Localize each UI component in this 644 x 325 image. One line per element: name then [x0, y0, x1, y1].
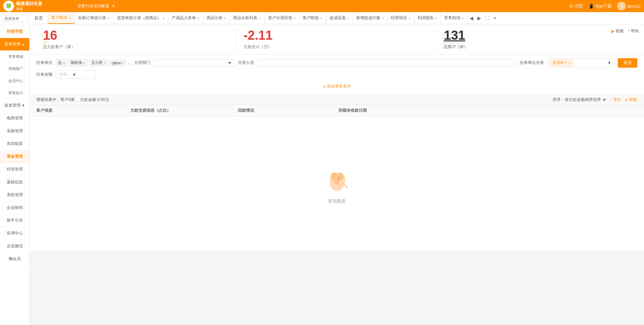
sidebar-item-retail-stats[interactable]: 零售统计 — [0, 87, 29, 99]
tag-cj[interactable]: cjttcw × — [109, 60, 126, 66]
filter-row-1: 往来单位 伍 × 陈民强 × 王小亮 — [36, 58, 637, 68]
close-tab-4[interactable]: × — [197, 16, 199, 20]
sidebar-item-enterprise-collab[interactable]: 企业协同 — [0, 202, 29, 214]
person-label: 分管人员 — [238, 60, 254, 66]
tabs-fullscreen[interactable]: ⛶ — [483, 16, 491, 21]
sidebar-item-system[interactable]: 系统管理 — [0, 189, 29, 202]
close-tab-13[interactable]: × — [462, 16, 464, 20]
unit-label: 往来单位 — [36, 60, 52, 66]
sidebar-item-basic-info[interactable]: 基础信息 — [0, 176, 29, 189]
unit-tags-area: 伍 × 陈民强 × 王小亮 × — [56, 59, 131, 66]
help-btn[interactable]: ? 帮助 — [628, 28, 639, 34]
tab-customer-contact[interactable]: 客户联络 × — [299, 12, 326, 24]
sidebar-item-enterprise-wechat[interactable]: 企业微信 — [0, 240, 29, 253]
message-icon: ✉ — [569, 4, 573, 9]
close-tab-customer-account[interactable]: × — [69, 16, 71, 20]
tab-profit-report[interactable]: 利润报告 × — [414, 12, 441, 24]
tabs-more[interactable]: ✕ — [491, 16, 499, 21]
tab-purchase-stats[interactable]: 采购订单统计表 × — [75, 12, 113, 24]
tag-wu[interactable]: 伍 × — [56, 59, 67, 66]
category-dropdown[interactable]: 普通客户 × ▼ — [547, 58, 614, 68]
dept-label: 分管部门 — [134, 60, 151, 66]
tag-wu-text: 伍 — [58, 60, 62, 65]
message-button[interactable]: ✉ 消息 — [569, 3, 583, 9]
stat-label-2: 欠款合计（万） — [244, 44, 273, 50]
tab-product-analysis-list[interactable]: 商品分析列表 × — [230, 12, 264, 24]
sidebar-item-purchase[interactable]: 采购管理 — [0, 125, 29, 138]
sidebar-item-chang-member[interactable]: 畅会员 — [0, 253, 29, 265]
tab-production-inbound[interactable]: 产成品入库单 × — [168, 12, 203, 24]
sidebar-item-retail-management[interactable]: 零售管理 ▲ — [0, 38, 29, 51]
close-tab-11[interactable]: × — [408, 16, 410, 20]
tag-chen-close[interactable]: × — [83, 61, 85, 65]
sort-selector[interactable]: 排序：按欠款金额倒序排序 ▼ — [553, 97, 606, 103]
close-tab-10[interactable]: × — [382, 16, 384, 20]
dept-dropdown[interactable]: ··· ▼ — [154, 59, 234, 67]
sidebar-item-app-center[interactable]: 应用中心 — [0, 227, 29, 240]
person-dropdown[interactable]: ··· — [257, 59, 516, 67]
filter-more-btn[interactable]: ... — [128, 61, 131, 65]
results-actions: 排序：按欠款金额倒序排序 ▼ ↑ 导出 ↺ 刷新 — [553, 97, 637, 103]
tabs-scroll-left[interactable]: ◀ — [468, 15, 475, 21]
video-help-btn[interactable]: ▶ 视频 — [611, 28, 624, 34]
tag-cj-close[interactable]: × — [122, 61, 124, 65]
balance-dropdown[interactable]: 选择... ▼ — [56, 70, 96, 79]
svg-line-5 — [344, 183, 347, 187]
search-input[interactable] — [2, 15, 27, 22]
tab-operations[interactable]: 经营情况 × — [387, 12, 414, 24]
sidebar-item-finance[interactable]: 资金管理 — [0, 150, 29, 163]
sidebar-item-ecommerce[interactable]: 电商管理 — [0, 112, 29, 125]
empty-text: 暂无数据 — [328, 198, 346, 204]
query-button[interactable]: 查询 — [618, 58, 637, 68]
tag-chen[interactable]: 陈民强 × — [69, 59, 87, 66]
app-download-button[interactable]: 📱 App下载 — [589, 3, 612, 9]
sidebar-item-marketing[interactable]: 营销推广 — [0, 63, 29, 75]
tab-product-analysis[interactable]: 商品分析 × — [203, 12, 230, 24]
tab-add-commission[interactable]: 新增提成方案 × — [353, 12, 387, 24]
tag-wang-close[interactable]: × — [103, 61, 105, 65]
close-tab-9[interactable]: × — [347, 16, 349, 20]
close-tab-5[interactable]: × — [224, 16, 226, 20]
stat-block-2: ✦ -2.11 欠款合计（万） — [237, 29, 437, 50]
sidebar-item-inventory[interactable]: 库存核算 — [0, 138, 29, 150]
category-selected-tag[interactable]: 普通客户 × — [550, 59, 573, 66]
sidebar-item-retail-mall[interactable]: 零售商城 — [0, 51, 29, 63]
tag-wu-close[interactable]: × — [63, 61, 65, 65]
col-debt-info: 欠款交易信息（占比） — [130, 108, 238, 113]
sidebar-search-area[interactable] — [0, 12, 29, 25]
tab-retail-profit[interactable]: 零售利润 × — [441, 12, 467, 24]
stat-value-3[interactable]: 131 — [444, 29, 468, 43]
stat-value-1: 16 — [43, 29, 75, 43]
export-button[interactable]: ↑ 导出 — [610, 97, 621, 103]
sidebar-item-quick-nav[interactable]: 快捷导航 — [0, 25, 29, 38]
sidebar-item-operations[interactable]: 经营管理 — [0, 163, 29, 176]
tab-purchase-goods-stats[interactable]: 进货单统计表（按商品） × — [114, 12, 168, 24]
sidebar-item-wholesale[interactable]: 批发管理 ▼ — [0, 99, 29, 112]
stat-label-1: 总欠款客户（家） — [43, 44, 75, 50]
close-tab-7[interactable]: × — [294, 16, 296, 20]
close-tab-3[interactable]: × — [163, 16, 165, 20]
stat-value-2: -2.11 — [244, 29, 273, 43]
close-tab-12[interactable]: × — [435, 16, 437, 20]
tab-customer-layer[interactable]: 客户分层经营 × — [265, 12, 299, 24]
balance-arrow: ▼ — [72, 72, 76, 77]
tabs-scroll-right[interactable]: ▶ — [475, 15, 483, 21]
category-tag-close[interactable]: × — [568, 61, 570, 65]
sort-arrow: ▼ — [602, 98, 606, 102]
svg-point-6 — [338, 177, 340, 179]
tab-customer-account[interactable]: 客户账本 × — [48, 12, 75, 24]
sidebar-item-member-center[interactable]: 会员中心 — [0, 75, 29, 87]
close-tab-8[interactable]: × — [320, 16, 322, 20]
tag-cj-text: cjttcw — [112, 61, 121, 65]
refresh-button[interactable]: ↺ 刷新 — [625, 97, 637, 103]
collapse-icon: ∧ — [323, 84, 326, 89]
tab-commission-settings[interactable]: 提成设置 × — [326, 12, 353, 24]
collapse-btn[interactable]: ∧ 收起更多条件 — [36, 81, 637, 91]
close-tab-2[interactable]: × — [108, 16, 110, 20]
tab-home[interactable]: 首页 — [30, 12, 48, 24]
close-tab-6[interactable]: × — [259, 16, 261, 20]
suite-selector[interactable]: 母婴行业演示帐套 ▼ — [77, 3, 115, 9]
tag-wang[interactable]: 王小亮 × — [89, 59, 108, 66]
user-menu[interactable]: d demo2 — [617, 2, 641, 10]
sidebar-item-newbie-guide[interactable]: 新手引导 — [0, 214, 29, 227]
